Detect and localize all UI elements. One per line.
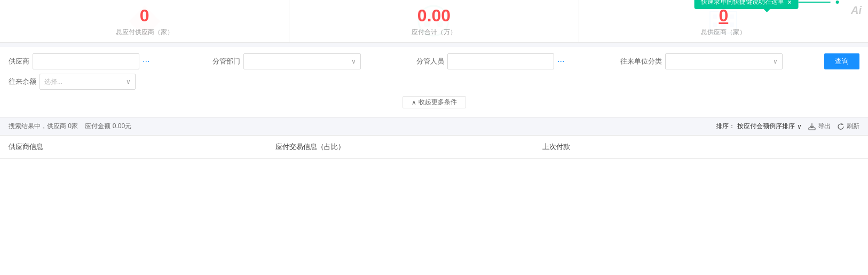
- collapse-button[interactable]: ∧ 收起更多条件: [403, 96, 466, 108]
- balance-placeholder: 选择...: [44, 77, 62, 87]
- tooltip-text: 快速录单的快捷键说明在这里: [701, 0, 784, 6]
- supplier-label: 供应商: [9, 57, 29, 66]
- col-header-last-payment: 上次付款: [542, 142, 859, 152]
- col-header-supplier-info: 供应商信息: [9, 142, 275, 152]
- supplier-dots-button[interactable]: ···: [143, 57, 149, 66]
- department-select[interactable]: ∨: [243, 53, 361, 69]
- col-header-transaction: 应付交易信息（占比）: [275, 142, 542, 152]
- manager-dots-button[interactable]: ···: [557, 57, 564, 66]
- sort-dropdown[interactable]: 排序： 按应付会额倒序排序 ∨: [716, 122, 802, 131]
- sort-value: 按应付会额倒序排序: [737, 122, 795, 131]
- svg-rect-7: [721, 14, 725, 19]
- balance-arrow: ∨: [126, 78, 131, 85]
- svg-marker-0: [130, 6, 160, 36]
- collapse-icon: ∧: [412, 99, 416, 106]
- department-arrow: ∨: [351, 58, 356, 65]
- tooltip-area: 快速录单的快捷键说明在这里 ×: [695, 0, 840, 9]
- tooltip-bubble: 快速录单的快捷键说明在这里 ×: [695, 0, 798, 9]
- unit-category-label: 往来单位分类: [620, 57, 662, 66]
- filter-balance: 往来余额 选择... ∨: [9, 74, 179, 90]
- table-body: [0, 159, 868, 275]
- refresh-label: 刷新: [847, 122, 859, 131]
- unit-category-select[interactable]: ∨: [665, 53, 783, 69]
- balance-select[interactable]: 选择... ∨: [40, 74, 136, 90]
- supplier-count-value: 0家: [68, 122, 78, 130]
- refresh-button[interactable]: 刷新: [837, 122, 859, 131]
- manager-input[interactable]: [447, 53, 554, 69]
- sort-arrow-icon: ∨: [797, 123, 802, 130]
- ai-badge: Ai: [851, 4, 862, 17]
- svg-point-4: [437, 21, 443, 27]
- stat-payable-total: 0.00 应付合计（万）: [289, 0, 579, 42]
- svg-point-2: [429, 10, 438, 19]
- unit-category-arrow: ∨: [773, 58, 778, 65]
- filter-row-1: 供应商 ··· 分管部门 ∨ 分管人员 ··· 往来单位分类 ∨ 查询: [9, 53, 859, 69]
- svg-rect-6: [713, 14, 717, 19]
- building-bg-icon: [705, 6, 742, 36]
- filter-department: 分管部门 ∨: [212, 53, 408, 69]
- export-button[interactable]: 导出: [808, 122, 831, 131]
- collapse-row: ∧ 收起更多条件: [9, 94, 859, 111]
- filter-supplier: 供应商 ···: [9, 53, 204, 69]
- balance-label: 往来余额: [9, 77, 36, 87]
- supplier-input[interactable]: [33, 53, 139, 69]
- result-info: 搜索结果中，供应商 0家 应付金额 0.00元: [9, 122, 131, 131]
- stat-total-suppliers: 快速录单的快捷键说明在这里 × 0 总供应商（家） Ai: [579, 0, 868, 42]
- table-header: 供应商信息 应付交易信息（占比） 上次付款: [0, 136, 868, 159]
- tooltip-close-button[interactable]: ×: [787, 0, 792, 6]
- export-label: 导出: [818, 122, 831, 131]
- query-button[interactable]: 查询: [824, 53, 859, 69]
- filter-unit-category: 往来单位分类 ∨: [620, 53, 816, 69]
- collapse-label: 收起更多条件: [419, 98, 457, 107]
- result-bar: 搜索结果中，供应商 0家 应付金额 0.00元 排序： 按应付会额倒序排序 ∨ …: [0, 117, 868, 136]
- filter-manager: 分管人员 ···: [416, 53, 612, 69]
- manager-label: 分管人员: [416, 57, 444, 66]
- svg-rect-9: [713, 22, 717, 27]
- stats-bar: 0 总应付供应商（家） 0.00 应付合计（万） 快速录单的快捷键说明在这里 ×: [0, 0, 868, 43]
- result-actions: 排序： 按应付会额倒序排序 ∨ 导出 刷新: [716, 122, 859, 131]
- sort-label: 排序：: [716, 122, 735, 131]
- supplier-count-label: 搜索结果中，供应商: [9, 122, 66, 130]
- refresh-icon: [837, 123, 845, 130]
- svg-rect-10: [721, 22, 725, 27]
- export-icon: [808, 123, 816, 130]
- result-text: 搜索结果中，供应商 0家 应付金额 0.00元: [9, 122, 131, 131]
- filter-section: 供应商 ··· 分管部门 ∨ 分管人员 ··· 往来单位分类 ∨ 查询: [0, 47, 868, 117]
- cookie-bg-icon: [416, 4, 451, 38]
- diamond-bg-icon: [129, 5, 161, 37]
- svg-rect-11: [730, 22, 734, 27]
- svg-point-3: [424, 21, 430, 27]
- stat-total-payable-suppliers: 0 总应付供应商（家）: [0, 0, 289, 42]
- svg-rect-8: [730, 14, 734, 19]
- amount-value: 0.00元: [113, 122, 131, 130]
- amount-label: 应付金额: [85, 122, 111, 130]
- filter-row-2: 往来余额 选择... ∨: [9, 74, 859, 90]
- department-label: 分管部门: [212, 57, 240, 66]
- tooltip-connector-line: [798, 2, 830, 3]
- tooltip-connector-dot: [834, 0, 840, 5]
